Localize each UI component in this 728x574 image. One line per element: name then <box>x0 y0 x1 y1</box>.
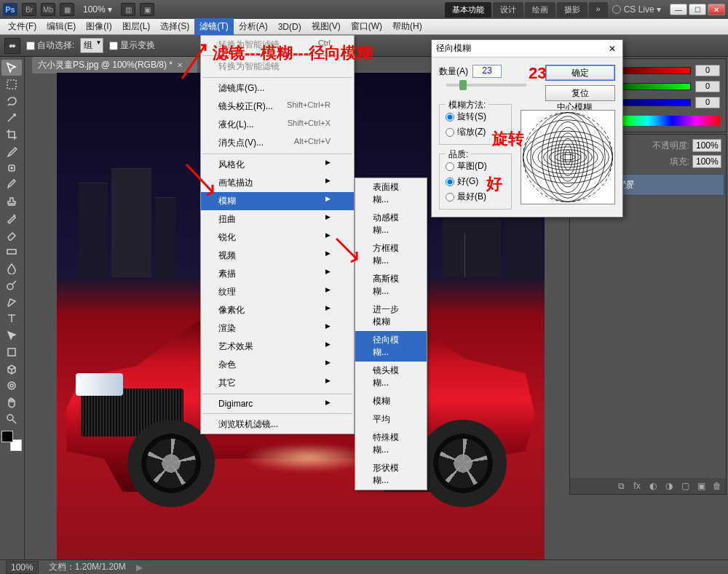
shape-tool[interactable] <box>1 344 22 360</box>
menu-last-filter[interactable]: 转换为智能滤镜Ctrl <box>201 36 354 54</box>
minibridge-button[interactable]: Mb <box>41 3 55 16</box>
submenu-shape-blur[interactable]: 形状模糊... <box>355 459 427 490</box>
menu-brush-strokes[interactable]: 画笔描边▶ <box>201 174 354 192</box>
eyedropper-tool[interactable] <box>1 143 22 159</box>
menu-layer[interactable]: 图层(L) <box>117 18 156 35</box>
eraser-tool[interactable] <box>1 227 22 243</box>
bridge-button[interactable]: Br <box>22 3 36 16</box>
submenu-radial-blur[interactable]: 径向模糊... <box>355 331 427 362</box>
trash-icon[interactable]: 🗑 <box>711 481 723 491</box>
crop-tool[interactable] <box>1 127 22 143</box>
dialog-close-icon[interactable]: ✕ <box>606 43 618 55</box>
move-tool[interactable] <box>1 60 22 76</box>
menu-lens-correction[interactable]: 镜头校正(R)...Shift+Ctrl+R <box>201 97 354 116</box>
submenu-blur-more[interactable]: 进一步模糊 <box>355 300 427 331</box>
gradient-tool[interactable] <box>1 244 22 260</box>
menu-noise[interactable]: 杂色▶ <box>201 356 354 374</box>
screen-mode-button[interactable]: ▣ <box>140 3 154 16</box>
dodge-tool[interactable] <box>1 277 22 293</box>
menu-sketch[interactable]: 素描▶ <box>201 265 354 283</box>
minimize-button[interactable]: — <box>670 4 687 15</box>
blur-center-preview[interactable] <box>521 110 615 204</box>
menu-sharpen[interactable]: 锐化▶ <box>201 228 354 247</box>
adjustment-icon[interactable]: ◑ <box>663 481 675 491</box>
menu-texture[interactable]: 纹理▶ <box>201 283 354 301</box>
workspace-more[interactable]: » <box>589 2 608 17</box>
workspace-tab-essentials[interactable]: 基本功能 <box>445 2 491 17</box>
3d-tool[interactable] <box>1 361 22 377</box>
auto-select-target[interactable]: 组 <box>80 38 103 53</box>
submenu-motion-blur[interactable]: 动感模糊... <box>355 209 427 239</box>
link-icon[interactable]: ⧉ <box>615 481 627 491</box>
submenu-surface-blur[interactable]: 表面模糊... <box>355 178 427 209</box>
menu-help[interactable]: 帮助(H) <box>387 18 427 35</box>
blur-tool[interactable] <box>1 260 22 276</box>
submenu-gaussian-blur[interactable]: 高斯模糊... <box>355 270 427 300</box>
cslive-button[interactable]: CS Live ▾ <box>612 4 661 15</box>
radio-spin[interactable]: 旋转(S) <box>446 109 505 124</box>
zoom-level[interactable]: 100% ▾ <box>79 4 116 15</box>
auto-select-checkbox[interactable]: 自动选择: <box>26 39 74 52</box>
3d-camera-tool[interactable] <box>1 378 22 394</box>
submenu-average[interactable]: 平均 <box>355 410 427 428</box>
mask-icon[interactable]: ◐ <box>647 481 659 491</box>
type-tool[interactable] <box>1 311 22 327</box>
dialog-titlebar[interactable]: 径向模糊 ✕ <box>432 40 622 57</box>
heal-tool[interactable] <box>1 160 22 176</box>
menu-image[interactable]: 图像(I) <box>81 18 116 35</box>
path-select-tool[interactable] <box>1 327 22 343</box>
menu-browse-online[interactable]: 浏览联机滤镜... <box>201 415 354 434</box>
fill-field[interactable]: 100% <box>692 155 721 168</box>
move-tool-icon[interactable]: ⬌ <box>4 38 20 54</box>
view-extras-button[interactable]: ▦ <box>60 3 74 16</box>
submenu-box-blur[interactable]: 方框模糊... <box>355 239 427 270</box>
menu-distort[interactable]: 扭曲▶ <box>201 210 354 228</box>
close-tab-icon[interactable]: ✕ <box>177 61 183 69</box>
arrange-docs-button[interactable]: ▥ <box>121 3 135 16</box>
status-zoom[interactable]: 100% <box>6 561 39 574</box>
fx-icon[interactable]: fx <box>631 481 643 491</box>
show-transform-checkbox[interactable]: 显示变换 <box>109 39 155 52</box>
menu-3d[interactable]: 3D(D) <box>273 20 306 34</box>
menu-pixelate[interactable]: 像素化▶ <box>201 301 354 319</box>
menu-other[interactable]: 其它▶ <box>201 374 354 392</box>
new-layer-icon[interactable]: ▣ <box>695 481 707 491</box>
menu-file[interactable]: 文件(F) <box>3 18 41 35</box>
menu-edit[interactable]: 编辑(E) <box>41 18 81 35</box>
lasso-tool[interactable] <box>1 93 22 109</box>
menu-select[interactable]: 选择(S) <box>155 18 194 35</box>
pen-tool[interactable] <box>1 294 22 310</box>
green-value[interactable]: 0 <box>695 81 720 92</box>
amount-slider[interactable] <box>446 84 526 87</box>
workspace-tab-design[interactable]: 设计 <box>493 2 523 17</box>
group-icon[interactable]: ▢ <box>679 481 691 491</box>
workspace-tab-photography[interactable]: 摄影 <box>557 2 587 17</box>
zoom-tool[interactable] <box>1 411 22 427</box>
color-swatches[interactable] <box>1 431 22 451</box>
opacity-field[interactable]: 100% <box>692 139 721 152</box>
marquee-tool[interactable] <box>1 76 22 92</box>
menu-filter[interactable]: 滤镜(T) <box>194 18 233 35</box>
menu-stylize[interactable]: 风格化▶ <box>201 156 354 174</box>
history-brush-tool[interactable] <box>1 210 22 226</box>
wand-tool[interactable] <box>1 110 22 126</box>
stamp-tool[interactable] <box>1 194 22 210</box>
menu-blur[interactable]: 模糊▶ <box>201 192 354 210</box>
radio-good[interactable]: 好(G) <box>446 174 505 189</box>
ok-button[interactable]: 确定 <box>545 65 615 81</box>
brush-tool[interactable] <box>1 177 22 193</box>
amount-input[interactable]: 23 <box>472 65 502 78</box>
close-button[interactable]: ✕ <box>708 4 725 15</box>
menu-artistic[interactable]: 艺术效果▶ <box>201 338 354 356</box>
document-tab[interactable]: 六小灵童PS.jpg @ 100%(RGB/8) *✕ <box>32 57 197 73</box>
menu-analysis[interactable]: 分析(A) <box>234 18 273 35</box>
maximize-button[interactable]: ☐ <box>689 4 706 15</box>
menu-liquify[interactable]: 液化(L)...Shift+Ctrl+X <box>201 116 354 134</box>
menu-digimarc[interactable]: Digimarc▶ <box>201 396 354 412</box>
radio-zoom[interactable]: 缩放(Z) <box>446 124 505 140</box>
radio-best[interactable]: 最好(B) <box>446 189 505 204</box>
submenu-blur[interactable]: 模糊 <box>355 392 427 410</box>
menu-window[interactable]: 窗口(W) <box>346 18 387 35</box>
hand-tool[interactable] <box>1 394 22 410</box>
reset-button[interactable]: 复位 <box>545 85 615 101</box>
